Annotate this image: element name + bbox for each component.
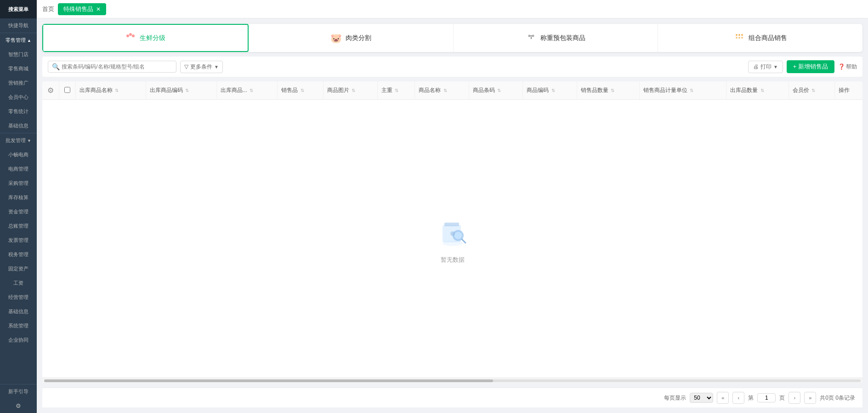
data-table: ⚙ 出库商品名称 ⇅ 出库商品编码 ⇅ 出库商品... ⇅ [42,81,862,383]
last-page-button[interactable]: » [804,392,816,404]
th-sale-item: 销售品 ⇅ [278,81,323,100]
category-tabs: 生鲜分级 🐷 肉类分割 称重预包装商品 [42,24,862,52]
th-settings[interactable]: ⚙ [42,81,59,100]
table: ⚙ 出库商品名称 ⇅ 出库商品编码 ⇅ 出库商品... ⇅ [42,81,862,100]
sidebar-item-basic-info2[interactable]: 基础信息 [0,304,37,319]
sidebar-item-invoice[interactable]: 发票管理 [0,233,37,247]
active-tab[interactable]: 特殊销售品 ✕ [58,3,106,15]
sidebar-item-inventory[interactable]: 库存核算 [0,190,37,205]
svg-point-0 [126,34,129,37]
sidebar-item-biz-mgmt[interactable]: 经营管理 [0,290,37,304]
cat-tab-combo-label: 组合商品销售 [749,34,787,42]
chevron-down-icon: ▲ [27,38,31,43]
svg-point-11 [736,37,738,39]
th-checkbox[interactable] [59,81,75,100]
sidebar-item-fixed-assets[interactable]: 固定资产 [0,262,37,276]
select-all-checkbox[interactable] [64,87,70,93]
cat-tab-fresh[interactable]: 生鲜分级 [42,24,249,52]
toolbar-left: 🔍 ▽ 更多条件 ▼ [48,61,223,73]
sidebar-item-system-mgmt[interactable]: 系统管理 [0,319,37,333]
svg-rect-16 [444,223,459,226]
th-out-name: 出库商品名称 ⇅ [75,81,146,100]
th-product-name: 商品名称 ⇅ [415,81,469,100]
sidebar-item-finance[interactable]: 资金管理 [0,205,37,219]
tab-close-icon[interactable]: ✕ [96,6,101,12]
per-page-label: 每页显示 [664,394,686,402]
sidebar: 搜索菜单 快捷导航 零售管理 ▲ 智慧门店 零售商城 营销推广 会员中心 零售统… [0,0,37,413]
sidebar-item-retail-mgmt[interactable]: 零售管理 ▲ [0,33,37,47]
page-size-select[interactable]: 50 10 20 100 [690,393,713,403]
print-button[interactable]: 🖨 打印 ▼ [748,61,783,73]
sort-icon-11: ⇅ [690,88,693,93]
th-barcode: 商品条码 ⇅ [469,81,523,100]
empty-icon [434,213,471,250]
sort-icon-4: ⇅ [301,88,304,93]
sort-icon-5: ⇅ [352,88,355,93]
svg-point-1 [129,33,132,36]
sidebar-item-retail-mall[interactable]: 零售商城 [0,62,37,76]
sidebar-item-ecommerce-small[interactable]: 小畅电商 [0,148,37,162]
sidebar-item-tax[interactable]: 税务管理 [0,247,37,262]
sort-icon-9: ⇅ [551,88,555,93]
svg-point-18 [454,232,462,239]
th-out-code: 出库商品编码 ⇅ [146,81,217,100]
sort-icon-12: ⇅ [760,88,764,93]
chevron-down-icon-print: ▼ [773,64,778,69]
sidebar-item-tutorial[interactable]: 新手引导 [0,384,37,399]
chevron-down-icon-2: ▼ [27,138,31,143]
weight-icon [526,31,537,45]
add-sale-button[interactable]: + 新增销售品 [787,60,834,73]
cat-tab-meat[interactable]: 🐷 肉类分割 [249,24,454,52]
first-page-button[interactable]: « [717,392,729,404]
sidebar-item-member[interactable]: 会员中心 [0,90,37,104]
scrollbar-thumb[interactable] [44,379,493,382]
cat-tab-weight-label: 称重预包装商品 [540,34,585,42]
settings-icon: ⚙ [47,86,54,94]
sidebar-item-smart-store[interactable]: 智慧门店 [0,47,37,62]
sidebar-item-purchase[interactable]: 采购管理 [0,176,37,190]
th-image: 商品图片 ⇅ [323,81,378,100]
sidebar-item-marketing[interactable]: 营销推广 [0,76,37,90]
sidebar-item-retail-stats[interactable]: 零售统计 [0,104,37,119]
sidebar-logo[interactable]: 搜索菜单 [0,0,37,18]
filter-button[interactable]: ▽ 更多条件 ▼ [180,61,223,73]
cat-tab-meat-label: 肉类分割 [346,34,371,42]
content-area: 生鲜分级 🐷 肉类分割 称重预包装商品 [37,18,868,413]
sidebar-section-wholesale: 批发管理 ▼ 小畅电商 电商管理 采购管理 库存核算 资金管理 总账管理 发票管… [0,133,37,347]
main-content: 首页 特殊销售品 ✕ 生鲜分级 🐷 肉类分割 [37,0,868,413]
sidebar-item-wholesale-mgmt[interactable]: 批发管理 ▼ [0,133,37,148]
sort-icon-10: ⇅ [611,88,614,93]
next-page-button[interactable]: › [789,392,800,404]
prev-page-button[interactable]: ‹ [732,392,744,404]
help-icon: ❓ [838,63,845,70]
sort-icon-6: ⇅ [395,88,398,93]
help-button[interactable]: ❓ 帮助 [838,63,857,71]
horizontal-scrollbar[interactable] [42,378,862,383]
topbar: 首页 特殊销售品 ✕ [37,0,868,18]
sort-icon-13: ⇅ [811,88,815,93]
sidebar-item-quick-nav[interactable]: 快捷导航 [0,18,37,33]
sidebar-bottom: 新手引导 ⚙ [0,384,37,413]
sidebar-item-basic-info[interactable]: 基础信息 [0,119,37,133]
sidebar-item-salary[interactable]: 工资 [0,276,37,290]
fresh-icon [125,31,136,45]
sidebar-item-enterprise[interactable]: 企业协同 [0,333,37,347]
svg-point-12 [738,37,740,39]
sidebar-gear-icon[interactable]: ⚙ [0,399,37,413]
cat-tab-weight[interactable]: 称重预包装商品 [454,24,658,52]
search-input[interactable] [62,63,172,70]
sidebar-item-ecommerce-mgmt[interactable]: 电商管理 [0,162,37,176]
chevron-down-icon-filter: ▼ [214,64,219,69]
page-input[interactable] [757,393,776,402]
table-header: ⚙ 出库商品名称 ⇅ 出库商品编码 ⇅ 出库商品... ⇅ [42,81,862,100]
svg-point-10 [741,34,743,36]
empty-text: 暂无数据 [441,256,465,264]
breadcrumb-home[interactable]: 首页 [42,5,54,13]
print-icon: 🖨 [753,63,759,70]
cat-tab-combo[interactable]: 组合商品销售 [658,24,862,52]
th-product-code: 商品编码 ⇅ [523,81,577,100]
combo-icon [734,31,745,45]
sidebar-item-ledger[interactable]: 总账管理 [0,219,37,233]
search-box[interactable]: 🔍 [48,61,176,73]
svg-point-2 [132,34,135,37]
